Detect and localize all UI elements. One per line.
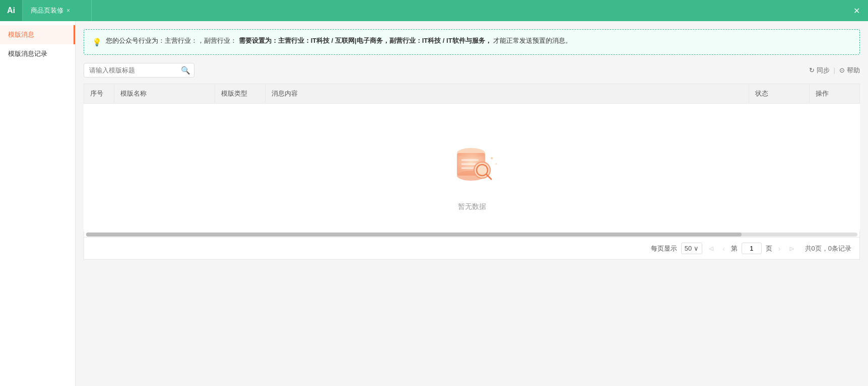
help-label: 帮助 [847, 66, 860, 75]
search-input[interactable] [84, 63, 194, 78]
last-page-button[interactable]: ⊳ [787, 244, 797, 254]
search-right: ↻ 同步 | ⊙ 帮助 [809, 66, 860, 75]
tab-product[interactable]: 商品页装修× [23, 0, 92, 21]
search-left: 🔍 [84, 63, 194, 78]
scroll-indicator[interactable] [84, 231, 860, 238]
notice-highlight: 需要设置为：主营行业：IT科技 / 互联网|电子商务，副营行业：IT科技 / I… [239, 37, 492, 44]
sidebar-item-template-msg-record[interactable]: 模版消息记录 [0, 44, 75, 63]
sync-button[interactable]: ↻ 同步 [809, 66, 830, 75]
divider: | [834, 66, 835, 74]
notice-prefix: 您的公众号行业为：主营行业：，副营行业： [106, 37, 237, 44]
notice-icon: 💡 [92, 36, 102, 48]
sidebar: 模版消息模版消息记录 [0, 21, 76, 386]
empty-state-row: ✦ ✦ 暂无数据 [84, 104, 860, 232]
next-page-button[interactable]: › [776, 244, 783, 254]
notice-text: 您的公众号行业为：主营行业：，副营行业： 需要设置为：主营行业：IT科技 / 互… [106, 36, 572, 46]
svg-text:✦: ✦ [495, 162, 498, 166]
col-header-content: 消息内容 [265, 84, 749, 104]
first-page-button[interactable]: ⊲ [706, 244, 716, 254]
notice-suffix: 才能正常发送预置的消息。 [493, 37, 572, 44]
search-input-wrap: 🔍 [84, 63, 194, 78]
page-size-select[interactable]: 50 ∨ [681, 243, 702, 254]
sidebar-item-template-msg[interactable]: 模版消息 [0, 25, 75, 44]
empty-state: ✦ ✦ 暂无数据 [84, 104, 860, 231]
help-icon: ⊙ [839, 66, 845, 74]
help-button[interactable]: ⊙ 帮助 [839, 66, 860, 75]
page-label: 第 [731, 244, 738, 253]
page-unit-label: 页 [766, 244, 772, 253]
pagination: 每页显示 50 ∨ ⊲ ‹ 第 页 › ⊳ 共0页，0条记录 [84, 238, 860, 260]
main-layout: 模版消息模版消息记录 💡 您的公众号行业为：主营行业：，副营行业： 需要设置为：… [0, 21, 868, 386]
table-header-row: 序号模版名称模版类型消息内容状态操作 [84, 84, 860, 104]
table-body: ✦ ✦ 暂无数据 [84, 104, 860, 232]
content-area: 💡 您的公众号行业为：主营行业：，副营行业： 需要设置为：主营行业：IT科技 /… [76, 21, 868, 386]
notice-box: 💡 您的公众号行业为：主营行业：，副营行业： 需要设置为：主营行业：IT科技 /… [84, 29, 860, 55]
col-header-action: 操作 [810, 84, 860, 104]
col-header-type: 模版类型 [215, 84, 265, 104]
tab-close-product[interactable]: × [66, 7, 70, 14]
sync-label: 同步 [817, 66, 830, 75]
sync-icon: ↻ [809, 66, 815, 74]
svg-text:✦: ✦ [490, 156, 494, 161]
prev-page-button[interactable]: ‹ [720, 244, 727, 254]
chevron-down-icon: ∨ [694, 245, 699, 252]
tab-bar: Ai 首页微商城店铺设置×商品分类设置×首页装修×商品页装修×店铺主题×开通公众… [0, 0, 868, 21]
scroll-thumb [86, 233, 742, 237]
empty-illustration: ✦ ✦ [442, 134, 502, 194]
tabs-container: 首页微商城店铺设置×商品分类设置×首页装修×商品页装修×店铺主题×开通公众号商城… [23, 0, 92, 21]
sidebar-items-container: 模版消息模版消息记录 [0, 25, 75, 63]
scroll-track [86, 233, 857, 237]
tab-label-product: 商品页装修 [31, 6, 63, 15]
window-close-button[interactable]: ✕ [845, 6, 868, 16]
current-page-input[interactable] [742, 243, 762, 254]
col-header-name: 模版名称 [114, 84, 215, 104]
data-table: 序号模版名称模版类型消息内容状态操作 [84, 84, 860, 231]
page-size-label: 每页显示 [651, 244, 677, 253]
search-bar: 🔍 ↻ 同步 | ⊙ 帮助 [84, 63, 860, 78]
page-size-value: 50 [685, 245, 692, 252]
app-logo: Ai [0, 0, 23, 21]
total-info: 共0页，0条记录 [805, 244, 851, 253]
col-header-status: 状态 [749, 84, 810, 104]
search-button[interactable]: 🔍 [181, 66, 190, 75]
empty-text: 暂无数据 [458, 202, 486, 211]
col-header-index: 序号 [84, 84, 114, 104]
